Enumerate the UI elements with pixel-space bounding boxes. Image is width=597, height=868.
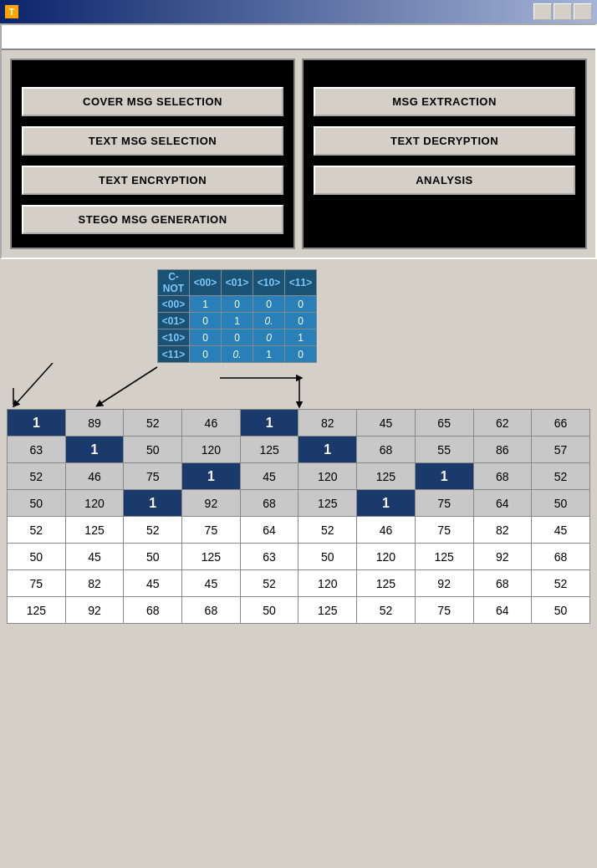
table-cell: 1 bbox=[415, 463, 473, 490]
msg-extraction-button[interactable]: MSG EXTRACTION bbox=[314, 87, 575, 116]
table-cell: 50 bbox=[124, 544, 182, 570]
table-row: 50120192681251756450 bbox=[8, 490, 590, 517]
table-row: 52467514512012516852 bbox=[8, 463, 590, 490]
cnot-row-11: <11> 0 0. 1 0 bbox=[158, 346, 317, 363]
table-cell: 125 bbox=[298, 597, 357, 624]
maximize-button[interactable] bbox=[554, 3, 572, 20]
table-cell: 75 bbox=[415, 490, 473, 517]
table-cell: 52 bbox=[357, 597, 416, 624]
table-cell: 1 bbox=[65, 437, 124, 463]
table-cell: 45 bbox=[240, 463, 298, 490]
table-cell: 1 bbox=[240, 410, 298, 437]
table-cell: 64 bbox=[473, 490, 532, 517]
table-cell: 125 bbox=[182, 544, 241, 570]
table-cell: 1 bbox=[357, 490, 416, 517]
stego-msg-generation-button[interactable]: STEGO MSG GENERATION bbox=[22, 205, 283, 234]
table-cell: 50 bbox=[532, 597, 590, 624]
svg-line-1 bbox=[99, 367, 157, 405]
sender-panel: COVER MSG SELECTION TEXT MSG SELECTION T… bbox=[10, 59, 295, 249]
table-cell: 75 bbox=[124, 463, 182, 490]
minimize-button[interactable] bbox=[533, 3, 552, 20]
cnot-header-01: <01> bbox=[222, 270, 253, 296]
table-cell: 75 bbox=[415, 597, 473, 624]
table-cell: 52 bbox=[124, 410, 182, 437]
table-cell: 52 bbox=[240, 570, 298, 597]
cnot-header-10: <10> bbox=[253, 270, 285, 296]
table-cell: 55 bbox=[415, 437, 473, 463]
table-cell: 75 bbox=[8, 570, 66, 597]
panels-container: COVER MSG SELECTION TEXT MSG SELECTION T… bbox=[2, 50, 595, 258]
table-cell: 125 bbox=[65, 517, 124, 544]
table-cell: 89 bbox=[65, 410, 124, 437]
cnot-header-label: C-NOT bbox=[158, 270, 190, 296]
table-row: 63150120125168558657 bbox=[8, 437, 590, 463]
table-cell: 45 bbox=[124, 570, 182, 597]
table-cell: 52 bbox=[532, 463, 590, 490]
table-cell: 64 bbox=[473, 597, 532, 624]
table-cell: 1 bbox=[124, 490, 182, 517]
text-encryption-button[interactable]: TEXT ENCRYPTION bbox=[22, 166, 283, 195]
table-cell: 63 bbox=[8, 437, 66, 463]
table-cell: 1 bbox=[182, 463, 241, 490]
cnot-row-01: <01> 0 1 0. 0 bbox=[158, 313, 317, 329]
table-cell: 82 bbox=[473, 517, 532, 544]
table-cell: 92 bbox=[473, 544, 532, 570]
table-cell: 75 bbox=[182, 517, 241, 544]
table-cell: 86 bbox=[473, 437, 532, 463]
table-cell: 82 bbox=[298, 410, 357, 437]
table-cell: 125 bbox=[357, 463, 416, 490]
receiver-panel: MSG EXTRACTION TEXT DECRYPTION ANALYSIS bbox=[302, 59, 587, 249]
arrows-area bbox=[7, 363, 590, 409]
app-icon: T bbox=[5, 5, 18, 18]
table-cell: 52 bbox=[532, 570, 590, 597]
table-row: 7582454552120125926852 bbox=[8, 570, 590, 597]
table-cell: 120 bbox=[298, 463, 357, 490]
table-cell: 68 bbox=[473, 570, 532, 597]
analysis-button[interactable]: ANALYSIS bbox=[314, 166, 575, 195]
table-cell: 120 bbox=[357, 544, 416, 570]
table-cell: 125 bbox=[357, 570, 416, 597]
matrix-section: C-NOT <00> <01> <10> <11> <00> 1 0 0 0 bbox=[0, 269, 597, 632]
table-cell: 50 bbox=[8, 544, 66, 570]
table-cell: 50 bbox=[298, 544, 357, 570]
cnot-header-00: <00> bbox=[190, 270, 222, 296]
table-cell: 82 bbox=[65, 570, 124, 597]
table-cell: 120 bbox=[298, 570, 357, 597]
table-row: 1259268685012552756450 bbox=[8, 597, 590, 624]
table-cell: 1 bbox=[8, 410, 66, 437]
table-cell: 125 bbox=[8, 597, 66, 624]
table-cell: 65 bbox=[415, 410, 473, 437]
title-bar: T bbox=[0, 0, 597, 23]
table-cell: 45 bbox=[182, 570, 241, 597]
table-cell: 52 bbox=[8, 463, 66, 490]
table-cell: 50 bbox=[124, 437, 182, 463]
svg-line-0 bbox=[15, 363, 53, 405]
data-table: 1895246182456562666315012012516855865752… bbox=[7, 409, 590, 624]
table-cell: 125 bbox=[415, 544, 473, 570]
table-cell: 45 bbox=[65, 544, 124, 570]
table-cell: 68 bbox=[357, 437, 416, 463]
table-cell: 92 bbox=[182, 490, 241, 517]
cnot-row-10: <10> 0 0 0 1 bbox=[158, 329, 317, 346]
data-table-wrapper: 1895246182456562666315012012516855865752… bbox=[7, 409, 590, 624]
table-cell: 68 bbox=[182, 597, 241, 624]
table-cell: 64 bbox=[240, 517, 298, 544]
table-cell: 52 bbox=[124, 517, 182, 544]
table-cell: 46 bbox=[182, 410, 241, 437]
table-cell: 45 bbox=[357, 410, 416, 437]
table-cell: 68 bbox=[124, 597, 182, 624]
gui-title bbox=[2, 25, 595, 50]
table-cell: 66 bbox=[532, 410, 590, 437]
table-cell: 68 bbox=[473, 463, 532, 490]
table-cell: 120 bbox=[65, 490, 124, 517]
text-msg-selection-button[interactable]: TEXT MSG SELECTION bbox=[22, 126, 283, 156]
table-cell: 45 bbox=[532, 517, 590, 544]
window-controls[interactable] bbox=[533, 3, 592, 20]
table-cell: 1 bbox=[298, 437, 357, 463]
table-cell: 50 bbox=[240, 597, 298, 624]
text-decryption-button[interactable]: TEXT DECRYPTION bbox=[314, 126, 575, 156]
table-cell: 46 bbox=[357, 517, 416, 544]
close-button[interactable] bbox=[574, 3, 592, 20]
cover-msg-selection-button[interactable]: COVER MSG SELECTION bbox=[22, 87, 283, 116]
main-window: COVER MSG SELECTION TEXT MSG SELECTION T… bbox=[0, 23, 597, 259]
